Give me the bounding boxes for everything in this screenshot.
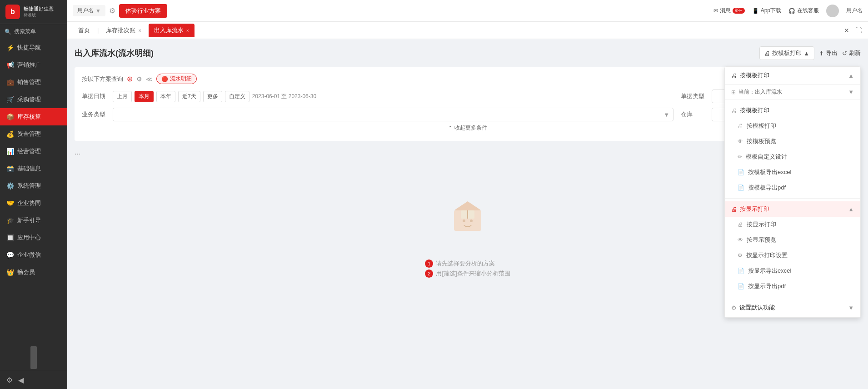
display-export-excel-item[interactable]: 📄 按显示导出excel bbox=[725, 263, 860, 279]
display-print-icon: 🖨 bbox=[731, 206, 737, 213]
topbar-gear-icon[interactable]: ⚙ bbox=[109, 6, 115, 15]
search-icon: 🔍 bbox=[5, 29, 11, 35]
template-preview-item[interactable]: 👁 按模板预览 bbox=[725, 134, 860, 149]
display-print-header[interactable]: 🖨 按显示打印 ▲ bbox=[725, 201, 860, 217]
item-preview2-icon: 👁 bbox=[738, 237, 743, 243]
active-filter-chip[interactable]: 🔴 流水明细 bbox=[156, 74, 197, 84]
user-selector[interactable]: 用户名 ▼ bbox=[73, 5, 105, 16]
tab-flow[interactable]: 出入库流水 × bbox=[149, 24, 195, 37]
warehouse-label: 仓库 bbox=[681, 110, 708, 119]
more-actions-icon[interactable]: ··· bbox=[75, 150, 80, 158]
biztype-dropdown-icon: ▼ bbox=[663, 111, 669, 118]
set-default-icon: ⚙ bbox=[731, 304, 737, 311]
headset-icon: 🎧 bbox=[788, 8, 795, 14]
sidebar-item-inventory[interactable]: 📦 库存核算 bbox=[0, 108, 67, 125]
dropdown-collapse-icon[interactable]: ▲ bbox=[848, 72, 854, 79]
online-service-button[interactable]: 🎧 在线客服 bbox=[788, 7, 819, 15]
template-export-pdf-item[interactable]: 📄 按模板导出pdf bbox=[725, 180, 860, 195]
svg-marker-1 bbox=[454, 201, 481, 210]
sidebar-item-enterprise[interactable]: 🤝 企业协同 bbox=[0, 194, 67, 212]
filter-collapse-button[interactable]: ≪ bbox=[146, 75, 153, 83]
display-preview-item[interactable]: 👁 按显示预览 bbox=[725, 232, 860, 248]
display-print-settings-item[interactable]: ⚙ 按显示打印设置 bbox=[725, 248, 860, 263]
biztype-label: 业务类型 bbox=[82, 110, 109, 119]
biztype-select[interactable]: ▼ bbox=[113, 108, 673, 121]
sidebar-item-basic[interactable]: 🗃️ 基础信息 bbox=[0, 160, 67, 177]
display-print-item[interactable]: 🖨 按显示打印 bbox=[725, 217, 860, 232]
nav-icon: 📢 bbox=[6, 61, 14, 69]
chevron-up-icon: ⌃ bbox=[448, 125, 453, 131]
filter-label: 按以下方案查询 bbox=[82, 75, 123, 83]
sidebar-item-finance[interactable]: 💰 资金管理 bbox=[0, 125, 67, 143]
date-buttons: 上月 本月 本年 近7天 更多 自定义 2023-06-01 至 2023-06… bbox=[113, 91, 316, 102]
app-download-button[interactable]: 📱 App下载 bbox=[752, 7, 781, 15]
current-month-btn[interactable]: 本月 bbox=[135, 91, 154, 102]
sidebar-item-marketing[interactable]: 📢 营销推广 bbox=[0, 56, 67, 74]
search-menu-button[interactable]: 🔍 搜索菜单 bbox=[0, 24, 67, 39]
refresh-icon: ↺ bbox=[842, 50, 847, 57]
divider bbox=[725, 100, 860, 100]
main-area: 用户名 ▼ ⚙ 体验行业方案 ✉ 消息 99+ 📱 App下载 🎧 在线客服 用… bbox=[67, 0, 868, 389]
date-field-label: 单据日期 bbox=[82, 92, 109, 100]
sidebar-item-system[interactable]: ⚙️ 系统管理 bbox=[0, 177, 67, 194]
nav-icon: 🛒 bbox=[6, 96, 14, 103]
settings-icon[interactable]: ⚙ bbox=[6, 376, 13, 384]
current-year-btn[interactable]: 本年 bbox=[156, 91, 175, 102]
message-icon: ✉ bbox=[713, 8, 718, 14]
display-export-pdf-item[interactable]: 📄 按显示导出pdf bbox=[725, 279, 860, 294]
item-pdf-icon: 📄 bbox=[738, 185, 744, 191]
doctype-label: 单据类型 bbox=[681, 92, 708, 100]
refresh-button[interactable]: ↺ 刷新 bbox=[842, 49, 861, 57]
tab-close-batch[interactable]: × bbox=[138, 28, 141, 33]
sidebar-item-sales[interactable]: 💼 销售管理 bbox=[0, 74, 67, 91]
close-window-button[interactable]: ✕ bbox=[843, 26, 851, 35]
nav-icon: 🗃️ bbox=[6, 165, 14, 172]
template-print-icon: 🖨 bbox=[731, 107, 737, 114]
topbar-right: ✉ 消息 99+ 📱 App下载 🎧 在线客服 用户名 bbox=[713, 5, 863, 17]
chevron-up-icon: ▲ bbox=[803, 50, 809, 57]
custom-date-btn[interactable]: 自定义 bbox=[225, 91, 249, 102]
tabs-bar: 首页 | 库存批次账 × 出入库流水 × ✕ ⛶ bbox=[67, 22, 868, 39]
export-button[interactable]: ⬆ 导出 bbox=[819, 49, 838, 57]
current-dropdown-icon[interactable]: ▼ bbox=[848, 89, 854, 95]
maximize-window-button[interactable]: ⛶ bbox=[854, 26, 863, 35]
filter-add-button[interactable]: ⊕ bbox=[127, 75, 133, 83]
sidebar-item-guide[interactable]: 🎓 新手引导 bbox=[0, 212, 67, 229]
print-template-button[interactable]: 🖨 按模板打印 ▲ bbox=[759, 46, 814, 60]
nav-icon: 📦 bbox=[6, 113, 14, 120]
more-date-btn[interactable]: 更多 bbox=[203, 91, 222, 102]
collapse-sidebar-icon[interactable]: ◀ bbox=[18, 376, 24, 384]
nav-icon: 💬 bbox=[6, 251, 14, 259]
nav-icon: 🔲 bbox=[6, 234, 14, 241]
template-custom-item[interactable]: ✏ 模板自定义设计 bbox=[725, 149, 860, 165]
tab-home[interactable]: 首页 bbox=[73, 24, 95, 37]
last-month-btn[interactable]: 上月 bbox=[113, 91, 132, 102]
template-print-header[interactable]: 🖨 按模板打印 bbox=[725, 103, 860, 118]
sidebar-item-purchase[interactable]: 🛒 采购管理 bbox=[0, 91, 67, 108]
template-export-excel-item[interactable]: 📄 按模板导出excel bbox=[725, 165, 860, 180]
industry-plan-button[interactable]: 体验行业方案 bbox=[119, 4, 167, 18]
template-print-item[interactable]: 🖨 按模板打印 bbox=[725, 118, 860, 134]
divider-2 bbox=[725, 198, 860, 199]
item-excel-icon: 📄 bbox=[738, 169, 744, 175]
message-button[interactable]: ✉ 消息 99+ bbox=[713, 7, 745, 15]
sidebar-item-quick-nav[interactable]: ⚡ 快捷导航 bbox=[0, 39, 67, 56]
download-icon: 📱 bbox=[752, 8, 759, 14]
sidebar-bottom: ⚙ ◀ bbox=[0, 371, 67, 389]
sidebar-item-apps[interactable]: 🔲 应用中心 bbox=[0, 229, 67, 246]
set-default-header[interactable]: ⚙ 设置默认功能 ▼ bbox=[725, 300, 860, 315]
filter-settings-button[interactable]: ⚙ bbox=[136, 75, 142, 83]
user-avatar[interactable] bbox=[826, 5, 839, 17]
display-section-collapse-icon: ▲ bbox=[848, 206, 854, 213]
tab-batch[interactable]: 库存批次账 × bbox=[100, 24, 146, 37]
sidebar-item-wechat[interactable]: 💬 企业微信 bbox=[0, 246, 67, 264]
sidebar-logo: b 畅捷通好生意 标准版 bbox=[0, 0, 67, 24]
item-excel2-icon: 📄 bbox=[738, 268, 744, 274]
print-icon: 🖨 bbox=[764, 50, 770, 57]
last-7-btn[interactable]: 近7天 bbox=[178, 91, 200, 102]
sidebar-item-operations[interactable]: 📊 经营管理 bbox=[0, 143, 67, 160]
sidebar-item-member[interactable]: 👑 畅会员 bbox=[0, 264, 67, 281]
tab-close-flow[interactable]: × bbox=[186, 28, 189, 33]
topbar-left: 用户名 ▼ ⚙ 体验行业方案 bbox=[73, 4, 709, 18]
item-design-icon: ✏ bbox=[738, 154, 742, 160]
